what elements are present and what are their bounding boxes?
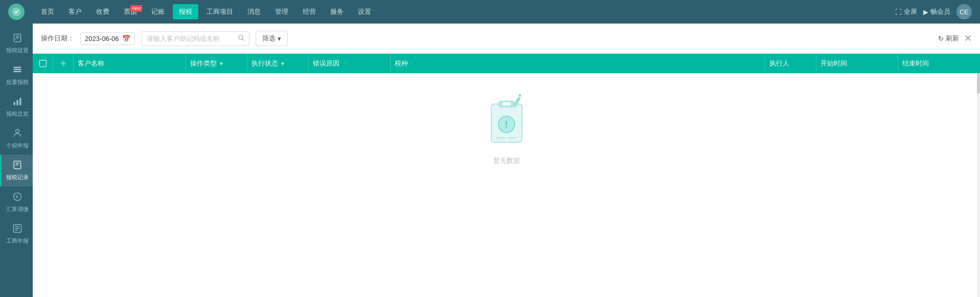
svg-rect-4 bbox=[13, 67, 21, 68]
sidebar-item-tax-records-label: 报税记录 bbox=[6, 174, 29, 181]
sort-icon-exec-status: ▼ bbox=[280, 61, 285, 67]
svg-point-17 bbox=[238, 35, 242, 39]
member-button[interactable]: ▶ 畅会员 bbox=[923, 7, 950, 16]
svg-rect-25 bbox=[496, 137, 506, 139]
fullscreen-icon: ⛶ bbox=[895, 8, 902, 16]
search-input[interactable] bbox=[142, 32, 234, 45]
nav-home[interactable]: 首页 bbox=[35, 4, 60, 19]
date-picker[interactable]: 2023-06-06 📅 bbox=[80, 32, 135, 45]
th-start-time: 开始时间 bbox=[816, 54, 898, 73]
svg-rect-22 bbox=[503, 102, 511, 105]
table-header: 客户名称 操作类型 ▼ 执行状态 ▼ 错误原因 税种 执行人 开始时间 结束时间 bbox=[33, 54, 980, 73]
batch-tax-icon bbox=[12, 65, 22, 76]
settlement-icon: ¥ bbox=[12, 192, 22, 203]
svg-rect-26 bbox=[508, 137, 517, 139]
th-tax-type: 税种 bbox=[391, 54, 765, 73]
sidebar-item-personal-tax[interactable]: 个税申报 bbox=[0, 123, 33, 155]
empty-state: ! 暂无数据 bbox=[33, 73, 980, 186]
sidebar-item-batch-tax[interactable]: 批量报税 bbox=[0, 59, 33, 91]
nav-billing[interactable]: 收费 bbox=[90, 4, 116, 19]
svg-rect-6 bbox=[13, 71, 21, 73]
svg-point-10 bbox=[15, 130, 19, 133]
sort-icon-op-type: ▼ bbox=[219, 61, 224, 67]
refresh-button[interactable]: ↻ 刷新 bbox=[938, 34, 959, 43]
svg-text:¥: ¥ bbox=[15, 194, 18, 199]
toolbar-right: ↻ 刷新 ✕ bbox=[938, 34, 972, 43]
member-label: 畅会员 bbox=[930, 7, 950, 16]
fullscreen-label: 全屏 bbox=[904, 7, 917, 16]
search-wrap bbox=[141, 31, 249, 46]
svg-rect-7 bbox=[13, 102, 15, 105]
refresh-icon: ↻ bbox=[938, 35, 944, 43]
nav-bookkeeping[interactable]: 记账 bbox=[145, 4, 171, 19]
sidebar-item-annual-report[interactable]: 工商年报 bbox=[0, 218, 33, 250]
svg-rect-5 bbox=[13, 69, 21, 70]
top-navigation: 首页 客户 收费 票据 new 记账 报税 工商项目 消息 管理 经营 服务 设… bbox=[0, 0, 980, 24]
nav-service[interactable]: 服务 bbox=[324, 4, 350, 19]
th-checkbox[interactable] bbox=[33, 54, 53, 73]
nav-message[interactable]: 消息 bbox=[241, 4, 267, 19]
sidebar-item-tax-overview-label: 报税总览 bbox=[6, 110, 29, 118]
sidebar-item-personal-tax-label: 个税申报 bbox=[6, 142, 29, 150]
main-layout: 报税设置 批量报税 报税总览 个税申报 报税记录 bbox=[0, 24, 980, 297]
svg-rect-8 bbox=[16, 100, 18, 105]
gear-icon bbox=[60, 60, 67, 67]
th-exec-status[interactable]: 执行状态 ▼ bbox=[247, 54, 309, 73]
filter-label: 筛选 bbox=[262, 34, 276, 43]
sidebar-item-tax-settings[interactable]: 报税设置 bbox=[0, 28, 33, 59]
nav-settings[interactable]: 设置 bbox=[352, 4, 377, 19]
sidebar-item-tax-records[interactable]: 报税记录 bbox=[0, 155, 33, 186]
tax-overview-icon bbox=[12, 96, 22, 108]
nav-invoice[interactable]: 票据 new bbox=[118, 4, 143, 19]
svg-line-18 bbox=[242, 39, 244, 40]
member-icon: ▶ bbox=[923, 8, 928, 16]
nav-management[interactable]: 管理 bbox=[269, 4, 294, 19]
sidebar-item-settlement-label: 汇算清缴 bbox=[6, 205, 29, 213]
th-gear[interactable] bbox=[53, 54, 74, 73]
nav-client[interactable]: 客户 bbox=[62, 4, 88, 19]
th-op-type[interactable]: 操作类型 ▼ bbox=[186, 54, 247, 73]
th-end-time: 结束时间 bbox=[898, 54, 980, 73]
th-error-reason: 错误原因 bbox=[309, 54, 391, 73]
svg-point-19 bbox=[62, 62, 64, 65]
date-value: 2023-06-06 bbox=[85, 35, 119, 43]
scrollbar-track[interactable] bbox=[977, 73, 980, 297]
chevron-down-icon: ▾ bbox=[278, 35, 281, 43]
calendar-icon: 📅 bbox=[122, 35, 130, 43]
nav-right: ⛶ 全屏 ▶ 畅会员 CE bbox=[895, 4, 972, 19]
nav-taxfiling[interactable]: 报税 bbox=[173, 4, 198, 19]
th-client-name: 客户名称 bbox=[74, 54, 186, 73]
filter-button[interactable]: 筛选 ▾ bbox=[256, 31, 288, 46]
nav-items: 首页 客户 收费 票据 new 记账 报税 工商项目 消息 管理 经营 服务 设… bbox=[35, 4, 895, 19]
avatar[interactable]: CE bbox=[956, 4, 972, 19]
table-wrap: 客户名称 操作类型 ▼ 执行状态 ▼ 错误原因 税种 执行人 开始时间 结束时间 bbox=[33, 54, 980, 297]
refresh-label: 刷新 bbox=[946, 34, 959, 43]
app-logo[interactable] bbox=[8, 4, 25, 20]
sidebar-item-annual-report-label: 工商年报 bbox=[6, 237, 29, 245]
sidebar-item-batch-tax-label: 批量报税 bbox=[6, 78, 29, 86]
tax-settings-icon bbox=[12, 33, 22, 45]
sidebar: 报税设置 批量报税 报税总览 个税申报 报税记录 bbox=[0, 24, 33, 297]
table-body: ! 暂无数据 bbox=[33, 73, 980, 297]
sidebar-item-settlement[interactable]: ¥ 汇算清缴 bbox=[0, 186, 33, 218]
search-button[interactable] bbox=[234, 32, 249, 46]
annual-report-icon bbox=[12, 223, 22, 235]
content-area: 操作日期： 2023-06-06 📅 筛选 ▾ bbox=[33, 24, 980, 297]
personal-tax-icon bbox=[12, 128, 22, 140]
sidebar-item-tax-settings-label: 报税设置 bbox=[6, 47, 29, 54]
date-label: 操作日期： bbox=[41, 34, 74, 43]
scrollbar-thumb[interactable] bbox=[977, 73, 980, 94]
tax-records-icon bbox=[12, 160, 22, 172]
select-all-checkbox[interactable] bbox=[39, 60, 47, 67]
nav-operations[interactable]: 经营 bbox=[297, 4, 322, 19]
svg-point-3 bbox=[15, 39, 16, 40]
sidebar-item-tax-overview[interactable]: 报税总览 bbox=[0, 91, 33, 123]
empty-text: 暂无数据 bbox=[493, 156, 520, 165]
nav-business[interactable]: 工商项目 bbox=[200, 4, 239, 19]
empty-illustration: ! bbox=[484, 94, 530, 150]
svg-text:!: ! bbox=[505, 119, 508, 130]
fullscreen-button[interactable]: ⛶ 全屏 bbox=[895, 7, 917, 16]
svg-rect-9 bbox=[19, 98, 21, 105]
invoice-badge: new bbox=[130, 5, 142, 12]
close-button[interactable]: ✕ bbox=[964, 34, 972, 43]
